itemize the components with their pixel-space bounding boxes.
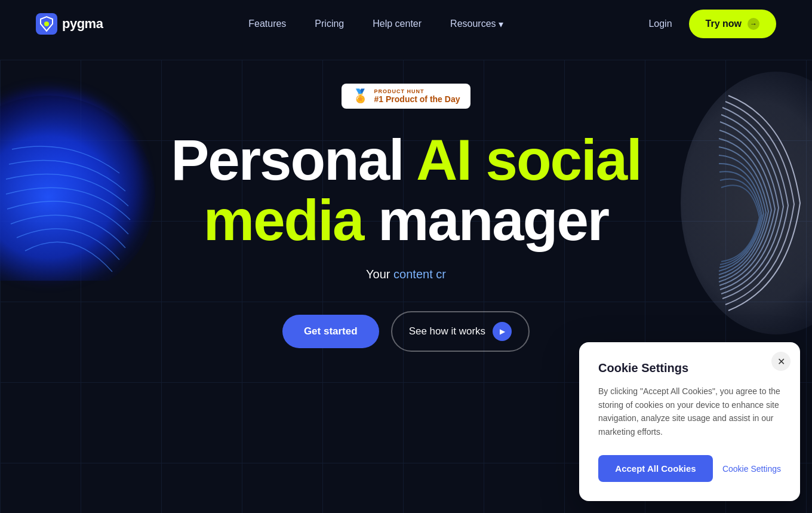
cookie-overlay: ✕ Cookie Settings By clicking "Accept Al… xyxy=(579,342,800,501)
sub-white: Your xyxy=(366,268,390,281)
hero-headline: Personal AI social media manager xyxy=(171,130,641,251)
cookie-settings-link[interactable]: Cookie Settings xyxy=(722,464,781,474)
pygma-logo-icon xyxy=(36,13,57,35)
nav-features[interactable]: Features xyxy=(248,19,286,29)
play-icon: ▶ xyxy=(493,322,512,341)
headline-personal: Personal xyxy=(171,128,404,192)
nav-right: Login Try now → xyxy=(648,10,776,38)
svg-point-3 xyxy=(44,21,49,26)
nav-pricing[interactable]: Pricing xyxy=(315,19,344,29)
cookie-actions: Accept All Cookies Cookie Settings xyxy=(598,455,781,482)
headline-line1: Personal AI social xyxy=(171,130,641,191)
get-started-button[interactable]: Get started xyxy=(282,315,379,348)
logo[interactable]: pygma xyxy=(36,13,103,35)
cta-row: Get started See how it works ▶ xyxy=(282,311,530,352)
ph-title: #1 Product of the Day xyxy=(374,94,460,104)
cookie-description: By clicking "Accept All Cookies", you ag… xyxy=(598,385,781,438)
try-now-button[interactable]: Try now → xyxy=(689,10,776,38)
nav-help-center[interactable]: Help center xyxy=(373,19,422,29)
nav-links: Features Pricing Help center Resources ▾ xyxy=(248,19,503,30)
cookie-close-button[interactable]: ✕ xyxy=(771,352,791,371)
logo-text: pygma xyxy=(62,16,103,32)
accept-all-cookies-button[interactable]: Accept All Cookies xyxy=(598,455,713,482)
chevron-down-icon: ▾ xyxy=(499,19,503,30)
sub-highlight: content cr xyxy=(393,268,446,281)
product-hunt-badge: 🏅 PRODUCT HUNT #1 Product of the Day xyxy=(342,84,471,109)
login-link[interactable]: Login xyxy=(648,19,672,29)
see-how-button[interactable]: See how it works ▶ xyxy=(391,311,530,352)
navbar: pygma Features Pricing Help center Resou… xyxy=(0,0,812,48)
ph-label: PRODUCT HUNT xyxy=(374,88,460,94)
headline-line2: media manager xyxy=(171,191,641,251)
hero-section: 🏅 PRODUCT HUNT #1 Product of the Day Per… xyxy=(0,48,812,352)
headline-media: media xyxy=(204,188,363,252)
cookie-title: Cookie Settings xyxy=(598,361,781,375)
medal-icon: 🏅 xyxy=(352,88,368,104)
headline-manager: manager xyxy=(378,188,608,252)
cookie-modal: ✕ Cookie Settings By clicking "Accept Al… xyxy=(579,342,800,501)
arrow-right-icon: → xyxy=(748,18,759,30)
nav-resources[interactable]: Resources ▾ xyxy=(450,19,503,30)
ph-text: PRODUCT HUNT #1 Product of the Day xyxy=(374,88,460,104)
hero-subtext: Your content cr xyxy=(366,268,446,281)
headline-ai-social: AI social xyxy=(416,128,641,192)
